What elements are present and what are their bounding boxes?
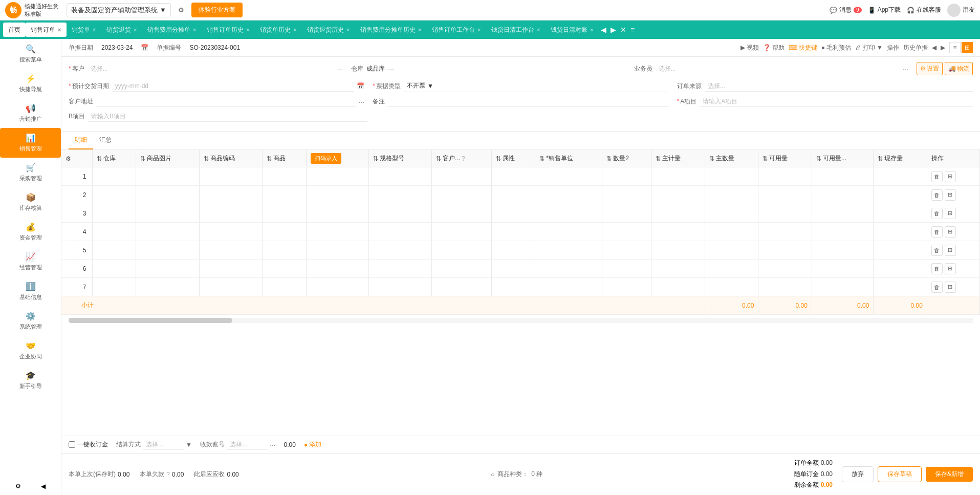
sidebar-item-baseinfo[interactable]: ℹ️ 基础信息 <box>0 276 61 306</box>
th-main-qty[interactable]: ⇅ 主数量 <box>705 150 758 167</box>
customer-more-icon[interactable]: ··· <box>337 65 343 73</box>
sidebar-item-search[interactable]: 🔍 搜索菜单 <box>0 39 61 69</box>
row-attr-1[interactable] <box>491 167 535 186</box>
solution-button[interactable]: 体验行业方案 <box>191 3 243 17</box>
sidebar-item-finance[interactable]: 💰 资金管理 <box>0 217 61 247</box>
tab-close-icon[interactable]: ✕ <box>192 27 197 33</box>
card-view-btn[interactable]: ⊞ <box>962 42 973 53</box>
save-draft-button[interactable]: 保存草稿 <box>878 466 922 482</box>
add-button[interactable]: ● 添加 <box>304 440 321 449</box>
sidebar-item-quicknav[interactable]: ⚡ 快捷导航 <box>0 69 61 98</box>
th-product[interactable]: ⇅ 商品 <box>263 150 307 167</box>
th-scan[interactable]: 扫码录入 <box>306 150 368 167</box>
th-warehouse[interactable]: ⇅ 仓库 <box>92 150 136 167</box>
sidebar-item-marketing[interactable]: 📢 营销推广 <box>0 98 61 128</box>
row-copy-7[interactable]: ⊞ <box>945 282 956 293</box>
row-copy-4[interactable]: ⊞ <box>945 226 956 238</box>
tab-sales-order[interactable]: 销售订单 ✕ <box>26 23 67 37</box>
tab-menu-button[interactable]: ≡ <box>628 26 637 34</box>
user-item[interactable]: 用友 <box>947 4 975 17</box>
row-copy-5[interactable]: ⊞ <box>945 245 956 256</box>
row-copy-2[interactable]: ⊞ <box>945 189 956 201</box>
app-download-item[interactable]: 📱 App下载 <box>868 6 901 14</box>
tab-sales-invoice[interactable]: 销货单 ✕ <box>67 23 101 37</box>
tab-close-icon[interactable]: ✕ <box>133 27 137 33</box>
address-more-icon[interactable]: ··· <box>359 98 365 106</box>
one-click-checkbox-input[interactable] <box>69 441 75 448</box>
row-delete-7[interactable]: 🗑 <box>931 282 943 293</box>
sidebar-item-sales[interactable]: 📊 销售管理 <box>0 128 61 158</box>
row-warehouse-1[interactable] <box>92 167 136 186</box>
th-main-unit[interactable]: ⇅ 主计量 <box>651 150 705 167</box>
sidebar-item-system[interactable]: ⚙️ 系统管理 <box>0 306 61 336</box>
row-delete-4[interactable]: 🗑 <box>931 226 943 238</box>
tab-close-icon[interactable]: ✕ <box>293 27 297 33</box>
salesperson-more-icon[interactable]: ··· <box>902 65 908 73</box>
th-unit[interactable]: ⇅ *销售单位 <box>535 150 602 167</box>
scan-button[interactable]: 扫码录入 <box>311 153 341 164</box>
save-new-button[interactable]: 保存&新增 <box>926 467 973 482</box>
delivery-date-input[interactable] <box>112 81 354 92</box>
calendar-icon[interactable]: 📅 <box>141 44 148 51</box>
invoice-type-select[interactable]: 不开票 ▼ <box>404 80 669 92</box>
th-spec[interactable]: ⇅ 规格型号 <box>368 150 432 167</box>
print-action[interactable]: 🖨 打印 ▼ <box>855 44 883 52</box>
tab-return-history[interactable]: 销货退货历史 ✕ <box>302 23 355 37</box>
receipt-account-input[interactable] <box>227 439 268 450</box>
row-delete-3[interactable]: 🗑 <box>931 208 943 219</box>
remark-input[interactable] <box>388 96 668 107</box>
tab-close-all-button[interactable]: ✕ <box>618 26 628 34</box>
salesperson-input[interactable] <box>656 63 900 74</box>
row-copy-3[interactable]: ⊞ <box>945 208 956 219</box>
detail-tab-summary[interactable]: 汇总 <box>93 132 118 149</box>
sidebar-item-purchase[interactable]: 🛒 采购管理 <box>0 158 61 187</box>
delivery-calendar-icon[interactable]: 📅 <box>357 82 364 90</box>
warehouse-more-icon[interactable]: ··· <box>388 65 394 73</box>
profit-action[interactable]: ● 毛利预估 <box>821 44 851 52</box>
tab-order-history[interactable]: 销售订单历史 ✕ <box>202 23 255 37</box>
row-code-1[interactable] <box>199 167 263 186</box>
row-main-unit-1[interactable] <box>651 167 705 186</box>
history-action[interactable]: 历史单据 <box>903 44 928 52</box>
tab-close-icon[interactable]: ✕ <box>92 27 96 33</box>
order-source-input[interactable] <box>705 81 973 92</box>
tab-home[interactable]: 首页 <box>3 23 26 37</box>
sidebar-item-collab[interactable]: 🤝 企业协同 <box>0 336 61 365</box>
sidebar-item-inventory[interactable]: 📦 库存核算 <box>0 187 61 217</box>
th-qty2[interactable]: ⇅ 数量2 <box>602 150 651 167</box>
tab-close-icon[interactable]: ✕ <box>246 27 250 33</box>
table-scroll[interactable]: ⚙ ⇅ 仓库 ⇅ 商品图片 <box>61 150 980 436</box>
th-available2[interactable]: ⇅ 可用量... <box>812 150 873 167</box>
tab-loan-workbench[interactable]: 钱贷日清工作台 ✕ <box>486 23 546 37</box>
sidebar-collapse-icon[interactable]: ◀ <box>41 483 46 490</box>
row-delete-6[interactable]: 🗑 <box>931 263 943 274</box>
logistics-side-btn[interactable]: 🚚 物流 <box>945 62 973 75</box>
tab-close-icon[interactable]: ✕ <box>418 27 422 33</box>
detail-tab-detail[interactable]: 明细 <box>69 132 93 149</box>
th-settings[interactable]: ⚙ <box>61 150 77 167</box>
list-view-btn[interactable]: ≡ <box>949 42 961 53</box>
payment-method-input[interactable] <box>143 439 184 450</box>
tab-expense-history[interactable]: 销售费用分摊单历史 ✕ <box>355 23 427 37</box>
tab-close-icon[interactable]: ✕ <box>346 27 350 33</box>
tab-close-icon[interactable]: ✕ <box>57 27 61 33</box>
online-service-item[interactable]: 🎧 在线客服 <box>907 6 941 14</box>
a-project-input[interactable] <box>700 96 973 107</box>
customer-address-input[interactable] <box>96 96 356 107</box>
row-customer-code-1[interactable] <box>432 167 492 186</box>
row-spec-1[interactable] <box>368 167 432 186</box>
tab-close-icon[interactable]: ✕ <box>477 27 481 33</box>
tab-invoice-history[interactable]: 销货单历史 ✕ <box>255 23 302 37</box>
receipt-more-icon[interactable]: ··· <box>270 441 276 449</box>
tab-loan-reconcile[interactable]: 钱贷日清对账 ✕ <box>546 23 599 37</box>
tab-prev-button[interactable]: ◀ <box>599 26 608 34</box>
row-delete-2[interactable]: 🗑 <box>931 189 943 201</box>
row-qty2-1[interactable] <box>602 167 651 186</box>
tab-return[interactable]: 销货退货 ✕ <box>101 23 142 37</box>
tab-next-button[interactable]: ▶ <box>608 26 618 34</box>
row-unit-1[interactable] <box>535 167 602 186</box>
row-delete-5[interactable]: 🗑 <box>931 245 943 256</box>
help-action[interactable]: ❓ 帮助 <box>763 44 785 52</box>
th-attr[interactable]: ⇅ 属性 <box>491 150 535 167</box>
b-project-input[interactable] <box>88 111 367 122</box>
